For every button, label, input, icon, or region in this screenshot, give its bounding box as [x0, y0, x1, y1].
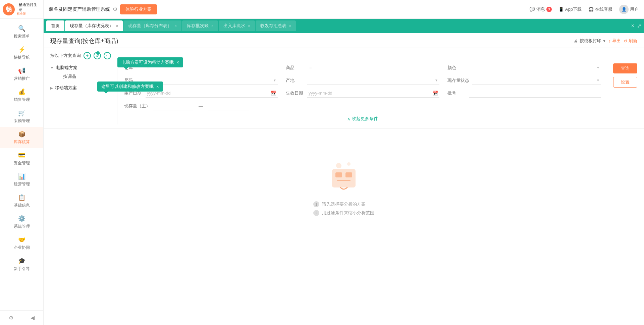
svg-point-4 [336, 163, 341, 168]
sidebar-item-label: 快捷导航 [14, 55, 30, 60]
print-btn[interactable]: 🖨 按模板打印 ▼ [574, 38, 606, 44]
batch-control[interactable] [469, 89, 601, 98]
collapse-label: 收起更多条件 [352, 116, 378, 122]
reset-button[interactable]: 设置 [613, 77, 637, 88]
tab-home[interactable]: 首页 [46, 20, 64, 31]
origin-control[interactable]: ▼ [307, 76, 439, 85]
stock-status-label: 现存量状态 [447, 77, 469, 84]
expire-date-control[interactable]: yyyy-mm-dd 📅 [307, 89, 439, 98]
sidebar-item-operations[interactable]: 📊 经营管理 [0, 169, 43, 191]
product-label: 商品 [286, 65, 305, 71]
settings-footer-btn[interactable]: ⚙ [9, 315, 13, 321]
tab-close-all-btn[interactable]: × [631, 23, 634, 29]
tab-inout-label: 出入库流水 [223, 23, 245, 29]
color-control[interactable]: ▼ [469, 63, 601, 72]
sidebar-item-sales[interactable]: 💰 销售管理 [0, 85, 43, 106]
query-button[interactable]: 查询 [613, 63, 637, 73]
user-label: 用户 [630, 6, 639, 12]
filter-grid-row3: 生产日期 yyyy-mm-dd 📅 失效日期 yyyy-mm-dd 📅 [124, 89, 601, 98]
tab-summary-close[interactable]: × [289, 24, 291, 28]
sidebar-item-system[interactable]: ⚙️ 系统管理 [0, 212, 43, 233]
tab-summary-label: 收发存汇总表 [260, 23, 286, 29]
sidebar-item-finance[interactable]: 💳 资金管理 [0, 148, 43, 169]
sidebar-item-search[interactable]: 🔍 搜索菜单 [0, 21, 43, 43]
expire-date-calendar-icon[interactable]: 📅 [432, 91, 438, 96]
sidebar-item-guide[interactable]: 🎓 新手引导 [0, 254, 43, 275]
desktop-scheme-label: 电脑端方案 [56, 65, 77, 71]
export-btn[interactable]: ↑ 导出 [609, 38, 621, 44]
tab-stock-dist-close[interactable]: × [174, 24, 176, 28]
tabbar-right: × ⤢ [631, 23, 641, 29]
color-label: 颜色 [447, 65, 466, 71]
batch-label: 批号 [447, 90, 466, 96]
stock-status-control[interactable]: ▼ [472, 76, 601, 85]
sidebar-item-inventory[interactable]: 📦 库存核算 [0, 127, 43, 148]
collapse-arrow-icon: ∧ [347, 116, 351, 121]
sidebar-item-basic[interactable]: 📋 基础信息 [0, 191, 43, 212]
scheme-item-desktop[interactable]: ▼ 电脑端方案 [50, 63, 112, 72]
sidebar-item-marketing[interactable]: 📢 营销推广 [0, 64, 43, 85]
print-icon: 🖨 [574, 39, 578, 44]
sidebar-item-label: 新手引导 [14, 266, 30, 272]
sidebar-item-purchase[interactable]: 🛒 采购管理 [0, 106, 43, 127]
sidebar-item-enterprise[interactable]: 🤝 企业协同 [0, 233, 43, 254]
scheme-sub-label: 按调品 [63, 73, 76, 79]
scheme-sub-item-1[interactable]: 按调品 [57, 72, 112, 81]
tab-inout[interactable]: 出入库流水 × [219, 20, 255, 31]
empty-illustration [324, 156, 364, 196]
filter-back-btn[interactable]: ← [104, 52, 111, 59]
industry-btn[interactable]: 体验行业方案 [120, 4, 157, 14]
collapse-btn[interactable]: ∧ 收起更多条件 [124, 113, 601, 124]
logo-icon: 畅 [3, 3, 15, 15]
online-service-action[interactable]: 🎧 在线客服 [588, 6, 612, 12]
filter-grid-row1: 仓库 ··· 商品 ··· 颜色 [124, 63, 601, 72]
product-control[interactable]: ··· [307, 63, 439, 72]
origin-label: 产地 [286, 77, 305, 84]
collapse-sidebar-btn[interactable]: ◀ [31, 315, 35, 321]
filter-grid-row4: 现存量（主） — [124, 102, 601, 110]
scheme-panel: ▼ 电脑端方案 按调品 ▶ 移动端方案 [50, 63, 117, 124]
gear-icon: ⚙️ [18, 215, 25, 222]
product-dots: ··· [309, 65, 312, 70]
filter-label: 按以下方案查询 [50, 53, 81, 59]
prod-date-calendar-icon[interactable]: 📅 [271, 91, 276, 96]
phone-icon: 📱 [558, 7, 564, 12]
tab-stock-dist[interactable]: 现存量（库存分布表） × [123, 20, 181, 31]
tooltip-1-close[interactable]: × [176, 60, 179, 65]
size-control[interactable]: ▼ [146, 76, 278, 85]
app-download-action[interactable]: 📱 App下载 [558, 6, 582, 12]
prod-date-control[interactable]: yyyy-mm-dd 📅 [146, 89, 278, 98]
tab-batch[interactable]: 库存批次账 × [182, 20, 218, 31]
sidebar-item-label: 搜索菜单 [14, 34, 30, 39]
tab-batch-close[interactable]: × [211, 24, 213, 28]
tab-expand-btn[interactable]: ⤢ [637, 23, 641, 29]
sidebar-item-quicknav[interactable]: ⚡ 快捷导航 [0, 43, 43, 64]
flash-icon: ⚡ [18, 46, 25, 53]
stock-main-from[interactable] [153, 102, 193, 110]
scheme-sub-items: 按调品 [50, 72, 112, 81]
topbar-gear-icon[interactable]: ⚙ [113, 6, 117, 12]
search-icon: 🔍 [18, 25, 25, 32]
tooltip-create-scheme: 这里可以创建和修改方案哦 × [97, 82, 163, 92]
user-action[interactable]: 👤 用户 [619, 5, 639, 14]
stock-main-to[interactable] [208, 102, 249, 110]
message-action[interactable]: 💬 消息 9 [530, 6, 552, 12]
tab-stock-status-label: 现存量（库存状况表） [70, 23, 113, 29]
tab-summary[interactable]: 收发存汇总表 × [256, 20, 296, 31]
tab-inout-close[interactable]: × [248, 24, 250, 28]
tab-stock-status[interactable]: 现存量（库存状况表） × [65, 20, 123, 31]
filter-add-btn[interactable]: + [84, 52, 91, 59]
tab-batch-label: 库存批次账 [187, 23, 209, 29]
empty-step-2: 2 用过滤条件来缩小分析范围 [313, 210, 374, 216]
refresh-btn[interactable]: ↺ 刷新 [624, 38, 637, 44]
system-name: 装备及固定资产辅助管理系统 [49, 6, 110, 12]
step-num-1: 1 [313, 201, 319, 207]
tooltip-scheme-mobile: 电脑方案可设为移动方案哦 × [117, 57, 183, 67]
tab-stock-status-close[interactable]: × [116, 24, 118, 28]
tooltip-2-close[interactable]: × [156, 84, 159, 89]
tooltip-text-2: 这里可以创建和修改方案哦 [101, 84, 154, 90]
sidebar-footer: ⚙ ◀ [0, 310, 43, 325]
origin-caret-icon: ▼ [435, 78, 438, 82]
range-dash: — [199, 104, 203, 109]
tab-home-label: 首页 [51, 23, 60, 29]
